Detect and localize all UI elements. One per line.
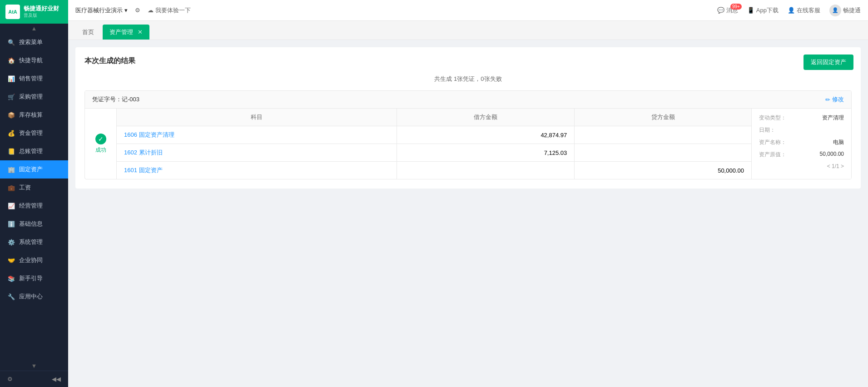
asset-name-value: 电脑 [833,139,844,146]
subject-link[interactable]: 1606 固定资产清理 [124,131,174,138]
debit-cell: 7,125.03 [397,144,574,162]
result-panel: 返回固定资产 本次生成的结果 共生成 1张凭证，0张失败 凭证字号：记-003 … [75,47,861,189]
panel-title: 本次生成的结果 [84,56,135,66]
sidebar-item-search[interactable]: 🔍 搜索菜单 [0,33,68,51]
sidebar-collapse-btn[interactable]: ◀◀ [52,376,61,382]
app-name: 畅捷通好业财 [24,5,59,13]
voucher-number: 凭证字号：记-003 [92,95,139,104]
settings-gear-icon[interactable]: ⚙ [7,376,13,382]
sidebar-item-inventory[interactable]: 📦 库存核算 [0,106,68,124]
table-row: 1606 固定资产清理 42,874.97 [117,126,751,144]
business-icon: 📈 [7,202,15,210]
tab-asset-mgmt[interactable]: 资产管理 ✕ [103,25,149,40]
success-icon: ✓ [95,134,106,144]
logo-icon: AtA [5,5,20,19]
sidebar-item-app-center[interactable]: 🔧 应用中心 [0,288,68,306]
top-header: 医疗器械行业演示 ▾ ⚙ ☁ 我要体验一下 💬 消息 99+ 📱 App下载 👤… [68,0,868,21]
tab-bar: 首页 资产管理 ✕ [68,21,868,40]
company-selector[interactable]: 医疗器械行业演示 ▾ [75,6,128,15]
info-original-value: 资产原值： 50,000.00 [759,151,844,159]
sidebar-item-sales[interactable]: 📊 销售管理 [0,69,68,88]
subject-cell: 1606 固定资产清理 [117,126,397,144]
asset-name-label: 资产名称： [759,139,786,146]
sidebar: AtA 畅捷通好业财 普及版 ▲ 🔍 搜索菜单 🏠 快捷导航 📊 销售管理 🛒 … [0,0,68,387]
sidebar-item-label: 搜索菜单 [19,38,43,46]
ledger-icon: 📒 [7,147,15,155]
voucher-table-wrapper: ✓ 成功 科目 借方金额 贷方金额 [85,109,851,179]
home-icon: 🏠 [7,56,15,64]
sidebar-item-business[interactable]: 📈 经营管理 [0,197,68,215]
sidebar-item-label: 快捷导航 [19,56,43,64]
sidebar-item-purchase[interactable]: 🛒 采购管理 [0,88,68,106]
summary-bar: 共生成 1张凭证，0张失败 [84,75,852,83]
sidebar-item-label: 经营管理 [19,202,43,210]
settings-icon[interactable]: ⚙ [131,4,144,17]
col-subject: 科目 [117,109,397,126]
experience-label: 我要体验一下 [155,6,191,15]
sidebar-item-label: 总账管理 [19,147,43,155]
date-label: 日期： [759,126,775,134]
original-value-label: 资产原值： [759,151,786,159]
basic-icon: ℹ️ [7,220,15,228]
messages-btn[interactable]: 💬 消息 99+ [717,6,738,15]
app-download-btn[interactable]: 📱 App下载 [747,6,779,15]
subject-cell: 1602 累计折旧 [117,144,397,162]
sidebar-item-guide[interactable]: 📚 新手引导 [0,269,68,288]
download-icon: 📱 [747,7,754,14]
search-icon: 🔍 [7,38,15,46]
sidebar-item-label: 系统管理 [19,238,43,246]
sidebar-item-label: 资金管理 [19,129,43,137]
header-left: 医疗器械行业演示 ▾ ⚙ ☁ 我要体验一下 [75,4,191,17]
experience-button[interactable]: ☁ 我要体验一下 [148,6,191,15]
subject-link[interactable]: 1601 固定资产 [124,167,163,174]
sidebar-item-label: 固定资产 [19,165,43,174]
sidebar-item-label: 采购管理 [19,93,43,101]
voucher-header: 凭证字号：记-003 ✏ 修改 [85,91,851,109]
sidebar-item-system[interactable]: ⚙️ 系统管理 [0,233,68,251]
app-download-label: App下载 [756,6,779,15]
sidebar-item-label: 工资 [19,184,31,192]
table-row: 1601 固定资产 50,000.00 [117,162,751,179]
table-row: 1602 累计折旧 7,125.03 [117,144,751,162]
tab-home-label: 首页 [82,29,94,35]
guide-icon: 📚 [7,274,15,283]
sidebar-item-finance[interactable]: 💰 资金管理 [0,124,68,142]
info-change-type: 变动类型： 资产清理 [759,114,844,122]
app-center-icon: 🔧 [7,293,15,301]
subject-cell: 1601 固定资产 [117,162,397,179]
success-label: 成功 [95,146,106,154]
sidebar-item-quick-nav[interactable]: 🏠 快捷导航 [0,51,68,69]
tab-close-icon[interactable]: ✕ [138,29,143,35]
sales-icon: 📊 [7,74,15,83]
return-button[interactable]: 返回固定资产 [804,55,853,70]
sidebar-item-label: 企业协同 [19,256,43,264]
sidebar-item-ledger[interactable]: 📒 总账管理 [0,142,68,160]
tab-home[interactable]: 首页 [75,25,101,40]
sidebar-item-label: 应用中心 [19,293,43,301]
sidebar-item-label: 库存核算 [19,111,43,119]
sidebar-item-fixed-assets[interactable]: 🏢 固定资产 [0,160,68,179]
edit-button[interactable]: ✏ 修改 [825,95,844,104]
content-area: 返回固定资产 本次生成的结果 共生成 1张凭证，0张失败 凭证字号：记-003 … [68,40,868,387]
pagination[interactable]: < 1/1 > [759,163,844,169]
sidebar-item-enterprise[interactable]: 🤝 企业协同 [0,251,68,269]
username-label: 畅捷通 [843,6,861,15]
info-asset-name: 资产名称： 电脑 [759,139,844,146]
online-service-label: 在线客服 [797,6,820,15]
voucher-info-panel: 变动类型： 资产清理 日期： 资产名称： 电脑 资产原值： [751,109,851,179]
sidebar-nav: 🔍 搜索菜单 🏠 快捷导航 📊 销售管理 🛒 采购管理 📦 库存核算 💰 资金管… [0,33,68,361]
finance-icon: 💰 [7,129,15,137]
app-version: 普及版 [24,12,59,19]
sidebar-scroll-up[interactable]: ▲ [0,24,68,33]
subject-link[interactable]: 1602 累计折旧 [124,149,163,156]
panel-header: 本次生成的结果 [84,56,852,66]
user-avatar-btn[interactable]: 👤 畅捷通 [829,5,861,16]
main-wrapper: 医疗器械行业演示 ▾ ⚙ ☁ 我要体验一下 💬 消息 99+ 📱 App下载 👤… [68,0,868,387]
sidebar-item-label: 新手引导 [19,274,43,283]
sidebar-item-payroll[interactable]: 💼 工资 [0,179,68,197]
online-service-btn[interactable]: 👤 在线客服 [788,6,820,15]
sidebar-item-basic[interactable]: ℹ️ 基础信息 [0,215,68,233]
voucher-table-main: 科目 借方金额 贷方金额 1606 固定资产清理 [117,109,751,179]
sidebar-scroll-down[interactable]: ▼ [0,361,68,371]
credit-cell [575,144,751,162]
